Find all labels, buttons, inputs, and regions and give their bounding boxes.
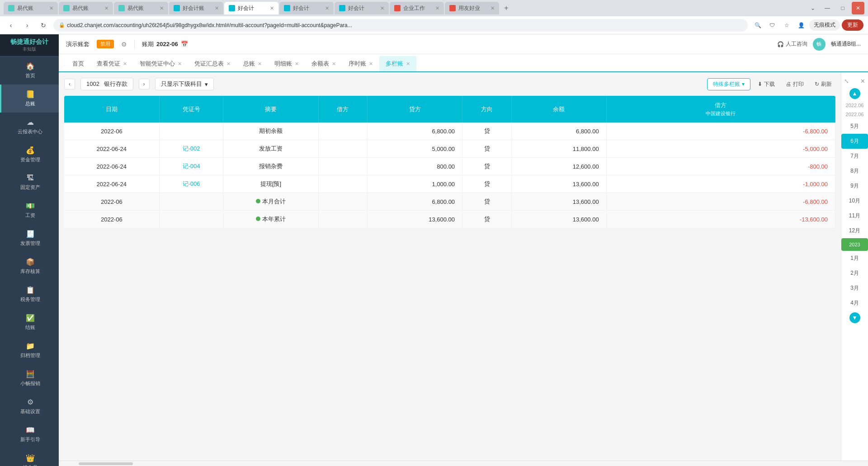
new-tab-button[interactable]: + bbox=[500, 2, 513, 14]
refresh-button[interactable]: ↻ 刷新 bbox=[811, 79, 835, 90]
maximize-button[interactable]: □ bbox=[836, 2, 849, 14]
sidebar-item-cloud-report[interactable]: ☁ 云报表中心 bbox=[0, 113, 59, 141]
month-2023-03[interactable]: 3月 bbox=[841, 281, 868, 296]
url-bar[interactable]: 🔒 cloud2.chanjet.com/accounting/uh26t264… bbox=[53, 19, 748, 32]
close-detail-ledger[interactable]: ✕ bbox=[295, 61, 299, 67]
month-2023-01[interactable]: 1月 bbox=[841, 251, 868, 266]
account-selector[interactable]: 1002 银行存款 bbox=[80, 78, 133, 90]
month-2022-12[interactable]: 12月 bbox=[841, 223, 868, 238]
extension-icon[interactable]: 🛡 bbox=[766, 19, 778, 32]
tab-close-1[interactable]: ✕ bbox=[49, 5, 53, 11]
cell-voucher[interactable]: 记-004 bbox=[159, 158, 223, 175]
back-button[interactable]: ‹ bbox=[5, 19, 17, 32]
sidebar-item-expense[interactable]: 🧮 小畅报销 bbox=[0, 364, 59, 392]
filter-dropdown[interactable]: 只显示下级科目 ▾ bbox=[155, 78, 214, 90]
sidebar-item-invoice[interactable]: 🧾 发票管理 bbox=[0, 224, 59, 252]
close-multi-column[interactable]: ✕ bbox=[406, 61, 410, 67]
search-icon[interactable]: 🔍 bbox=[751, 19, 764, 32]
month-2022-07[interactable]: 7月 bbox=[841, 149, 868, 164]
sidebar-item-fixed-assets[interactable]: 🏗 固定资产 bbox=[0, 169, 59, 196]
tab-close-4[interactable]: ✕ bbox=[215, 5, 219, 11]
month-2022-06[interactable]: 6月 bbox=[841, 134, 868, 149]
sidebar-item-settings[interactable]: ⚙ 基础设置 bbox=[0, 392, 59, 420]
tab-close-9[interactable]: ✕ bbox=[491, 5, 495, 11]
panel-close-icon[interactable]: ✕ bbox=[860, 78, 865, 85]
sidebar-item-inventory[interactable]: 📦 库存核算 bbox=[0, 252, 59, 280]
sidebar-item-archive[interactable]: 📁 归档管理 bbox=[0, 336, 59, 364]
tab-smart-voucher[interactable]: 智能凭证中心 ✕ bbox=[133, 56, 188, 72]
scrollbar-thumb[interactable] bbox=[79, 462, 133, 465]
tab-close-5[interactable]: ✕ bbox=[270, 5, 274, 11]
month-2023-02[interactable]: 2月 bbox=[841, 266, 868, 281]
ai-consult-button[interactable]: 🎧 人工咨询 bbox=[777, 40, 807, 48]
close-voucher-view[interactable]: ✕ bbox=[123, 61, 127, 67]
tab-home[interactable]: 首页 bbox=[66, 56, 90, 72]
browser-tab-9[interactable]: 用友好业 ✕ bbox=[445, 2, 499, 14]
demo-badge[interactable]: 禁用 bbox=[97, 40, 114, 48]
wuhen-mode-button[interactable]: 无痕模式 bbox=[809, 19, 840, 31]
sidebar-item-fund[interactable]: 💰 资金管理 bbox=[0, 141, 59, 169]
download-button[interactable]: ⬇ 下载 bbox=[754, 79, 778, 90]
prev-account-button[interactable]: ‹ bbox=[64, 79, 75, 89]
month-2022-11[interactable]: 11月 bbox=[841, 208, 868, 223]
tab-close-3[interactable]: ✕ bbox=[160, 5, 164, 11]
reload-button[interactable]: ↻ bbox=[37, 19, 50, 32]
calendar-icon[interactable]: 📅 bbox=[181, 41, 188, 47]
close-balance[interactable]: ✕ bbox=[332, 61, 336, 67]
tab-voucher-summary[interactable]: 凭证汇总表 ✕ bbox=[188, 56, 237, 72]
sidebar-item-vip[interactable]: 👑 畅会员 bbox=[0, 448, 59, 466]
browser-tab-2[interactable]: 易代账 ✕ bbox=[59, 2, 113, 14]
panel-expand-icon[interactable]: ⤡ bbox=[844, 78, 849, 85]
browser-tab-8[interactable]: 企业工作 ✕ bbox=[390, 2, 444, 14]
close-voucher-summary[interactable]: ✕ bbox=[226, 61, 231, 67]
settings-gear-icon[interactable]: ⚙ bbox=[121, 41, 127, 48]
minimize-button[interactable]: — bbox=[821, 2, 834, 14]
browser-tab-4[interactable]: 好会计账 ✕ bbox=[169, 2, 223, 14]
print-button[interactable]: 🖨 打印 bbox=[782, 79, 807, 90]
browser-tab-5[interactable]: 好会计 ✕ bbox=[224, 2, 278, 14]
browser-tab-3[interactable]: 易代账 ✕ bbox=[114, 2, 168, 14]
sidebar-item-general-ledger[interactable]: 📒 总账 bbox=[0, 85, 59, 113]
sidebar-item-guide[interactable]: 📖 新手引导 bbox=[0, 420, 59, 448]
date-scroll-up-button[interactable]: ▲ bbox=[849, 88, 860, 99]
cell-voucher[interactable]: 记-006 bbox=[159, 175, 223, 193]
tab-balance[interactable]: 余额表 ✕ bbox=[305, 56, 342, 72]
update-button[interactable]: 更新 bbox=[842, 19, 863, 31]
cell-voucher[interactable]: 记-002 bbox=[159, 140, 223, 158]
close-sequence[interactable]: ✕ bbox=[369, 61, 373, 67]
close-smart-voucher[interactable]: ✕ bbox=[178, 61, 182, 67]
month-2022-09[interactable]: 9月 bbox=[841, 179, 868, 193]
tab-close-8[interactable]: ✕ bbox=[435, 5, 439, 11]
tab-close-2[interactable]: ✕ bbox=[104, 5, 108, 11]
tab-close-6[interactable]: ✕ bbox=[325, 5, 329, 11]
multi-account-button[interactable]: 特殊多栏账 ▾ bbox=[707, 78, 750, 90]
tab-multi-column[interactable]: 多栏账 ✕ bbox=[379, 56, 416, 72]
month-2022-05[interactable]: 5月 bbox=[841, 119, 868, 134]
horizontal-scrollbar[interactable] bbox=[59, 461, 868, 466]
browser-tab-6[interactable]: 好会计 ✕ bbox=[279, 2, 334, 14]
year-2023-badge[interactable]: 2023 bbox=[841, 238, 868, 251]
tab-close-7[interactable]: ✕ bbox=[380, 5, 384, 11]
tab-detail-ledger[interactable]: 明细账 ✕ bbox=[268, 56, 305, 72]
sidebar-item-tax[interactable]: 📋 税务管理 bbox=[0, 280, 59, 308]
window-close-button[interactable]: ✕ bbox=[852, 2, 864, 14]
month-2023-04[interactable]: 4月 bbox=[841, 296, 868, 311]
user-avatar[interactable]: 畅 bbox=[813, 38, 826, 51]
tab-sequence-ledger[interactable]: 序时账 ✕ bbox=[342, 56, 379, 72]
sidebar-item-home[interactable]: 🏠 首页 bbox=[0, 56, 59, 85]
date-scroll-down-button[interactable]: ▼ bbox=[849, 312, 860, 323]
month-2022-08[interactable]: 8月 bbox=[841, 164, 868, 179]
profile-icon[interactable]: 👤 bbox=[795, 19, 807, 32]
sidebar-item-salary[interactable]: 💵 工资 bbox=[0, 196, 59, 224]
browser-tab-7[interactable]: 好会计 ✕ bbox=[335, 2, 389, 14]
bookmark-icon[interactable]: ☆ bbox=[780, 19, 793, 32]
tab-voucher-view[interactable]: 查看凭证 ✕ bbox=[90, 56, 133, 72]
forward-button[interactable]: › bbox=[21, 19, 33, 32]
sidebar-item-settlement[interactable]: ✅ 结账 bbox=[0, 308, 59, 336]
close-general-ledger[interactable]: ✕ bbox=[258, 61, 262, 67]
next-account-button[interactable]: › bbox=[139, 79, 150, 89]
tab-general-ledger[interactable]: 总账 ✕ bbox=[237, 56, 268, 72]
browser-tab-1[interactable]: 易代账 ✕ bbox=[4, 2, 58, 14]
month-2022-10[interactable]: 10月 bbox=[841, 193, 868, 208]
tab-list-btn[interactable]: ⌄ bbox=[807, 3, 818, 14]
